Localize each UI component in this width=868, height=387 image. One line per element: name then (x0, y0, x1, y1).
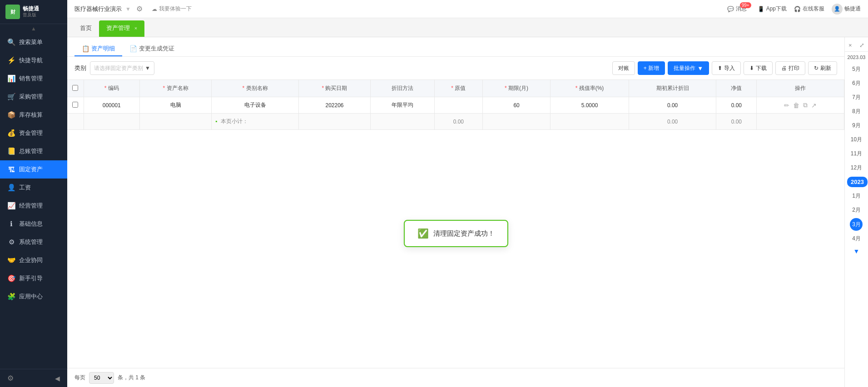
th-term: * 期限(月) (482, 80, 550, 97)
message-btn[interactable]: 💬 消息 99+ (727, 5, 747, 13)
more-btn[interactable]: ↗ (811, 102, 817, 109)
sidebar-item-finance[interactable]: 💰资金管理 (0, 124, 67, 142)
delete-btn[interactable]: 🗑 (793, 102, 799, 109)
collapse-icon[interactable]: ◀ (55, 375, 60, 382)
sidebar-item-inventory[interactable]: 📦库存核算 (0, 106, 67, 124)
th-original-value: * 原值 (434, 80, 482, 97)
th-accum-depr: 期初累计折旧 (629, 80, 716, 97)
panel-scroll-down[interactable]: ▼ (846, 246, 867, 257)
online-service-btn[interactable]: 🎧 在线客服 (794, 5, 824, 13)
batch-ops-btn[interactable]: 批量操作 ▼ (668, 61, 709, 75)
content-area: 📋 资产明细 📄 变更生成凭证 类别 请选择固定资产类别 ▼ (67, 37, 868, 387)
finance-icon: 💰 (7, 129, 15, 137)
month-item[interactable]: 11月 (846, 147, 867, 161)
sidebar-item-ops[interactable]: 📈经营管理 (0, 197, 67, 215)
topbar-settings-icon[interactable]: ⚙ (136, 5, 143, 13)
per-page-select[interactable]: 50 100 (89, 372, 114, 384)
sidebar-scroll-up[interactable]: ▲ (0, 24, 67, 33)
month-item[interactable]: 4月 (846, 232, 867, 246)
tab-close-icon[interactable]: × (134, 25, 137, 31)
tab-asset-mgmt[interactable]: 资产管理 × (99, 20, 144, 37)
sidebar-item-enterprise[interactable]: 🤝企业协同 (0, 251, 67, 269)
reconcile-btn[interactable]: 对账 (612, 61, 635, 75)
year-btn[interactable]: 2023 (847, 177, 868, 187)
month-item[interactable]: 9月 (846, 119, 867, 133)
sidebar-item-fixed-assets[interactable]: 🏗固定资产 (0, 160, 67, 179)
app-download-btn[interactable]: 📱 App下载 (758, 5, 787, 13)
company-dropdown-icon[interactable]: ▼ (125, 6, 131, 12)
sidebar-item-label: 快捷导航 (19, 56, 43, 64)
subtotal-icon: ▪ (215, 118, 217, 124)
cell-net-value: 0.00 (716, 97, 757, 114)
print-label: 打印 (789, 64, 799, 72)
sidebar-item-quick-nav[interactable]: ⚡快捷导航 (0, 51, 67, 69)
sidebar-item-purchase[interactable]: 🛒采购管理 (0, 88, 67, 106)
sidebar-logo: 财 畅捷通 普及版 (0, 0, 67, 24)
import-btn[interactable]: ⬆ 导入 (712, 61, 741, 75)
month-item[interactable]: 1月 (846, 189, 867, 203)
table-row: 000001 电脑 电子设备 202206 年限平均 60 5.0000 0.0… (67, 97, 844, 114)
month-item[interactable]: 10月 (846, 133, 867, 147)
copy-btn[interactable]: ⧉ (803, 101, 808, 109)
sub-tab-voucher-gen[interactable]: 📄 变更生成凭证 (122, 42, 182, 56)
inventory-icon: 📦 (7, 111, 15, 119)
sidebar-bottom: ⚙ ◀ (0, 369, 67, 387)
cell-original-value (434, 97, 482, 114)
sidebar: 财 畅捷通 普及版 ▲ 🔍搜索菜单⚡快捷导航📊销售管理🛒采购管理📦库存核算💰资金… (0, 0, 67, 387)
subtotal-label: 本页小计： (221, 118, 248, 124)
toast-message: 清理固定资产成功！ (433, 229, 495, 238)
sidebar-item-label: 销售管理 (19, 74, 43, 83)
sub-tab-asset-detail[interactable]: 📋 资产明细 (74, 42, 122, 56)
th-actions: 操作 (757, 80, 844, 97)
download-btn[interactable]: ⬇ 下载 (744, 61, 773, 75)
sidebar-item-guide[interactable]: 🎯新手引导 (0, 269, 67, 288)
tab-home[interactable]: 首页 (73, 20, 99, 37)
category-label: 类别 (74, 64, 86, 72)
sidebar-item-sys-mgmt[interactable]: ⚙系统管理 (0, 233, 67, 251)
sidebar-item-base-info[interactable]: ℹ基础信息 (0, 215, 67, 233)
experience-btn[interactable]: ☁ 我要体验一下 (152, 5, 192, 13)
subtotal-empty-8 (757, 114, 844, 130)
month-item[interactable]: 6月 (846, 76, 867, 90)
subtotal-empty-1 (67, 114, 84, 130)
sidebar-item-label: 新手引导 (19, 274, 43, 283)
row-checkbox[interactable] (72, 102, 78, 108)
new-btn[interactable]: + 新增 (638, 61, 665, 75)
cell-term: 60 (482, 97, 550, 114)
logo-subtitle: 普及版 (23, 12, 39, 18)
month-item[interactable]: 12月 (846, 161, 867, 175)
import-label: 导入 (724, 64, 735, 72)
sys-mgmt-icon: ⚙ (7, 238, 15, 246)
refresh-btn[interactable]: ↻ 刷新 (808, 61, 837, 75)
print-btn[interactable]: 🖨 打印 (775, 61, 805, 75)
month-item[interactable]: 2月 (846, 203, 867, 217)
settings-icon[interactable]: ⚙ (7, 374, 14, 382)
edit-btn[interactable]: ✏ (784, 102, 789, 109)
sidebar-item-search[interactable]: 🔍搜索菜单 (0, 33, 67, 51)
select-all-checkbox[interactable] (72, 85, 78, 91)
fixed-assets-icon: 🏗 (7, 166, 15, 174)
th-net-value: 净值 (716, 80, 757, 97)
month-item[interactable]: 8月 (846, 104, 867, 119)
user-btn[interactable]: 👤 畅捷通 (832, 4, 861, 15)
sidebar-item-label: 资金管理 (19, 129, 43, 137)
month-item[interactable]: 7月 (846, 90, 867, 104)
sidebar-item-app-center[interactable]: 🧩应用中心 (0, 288, 67, 306)
panel-close-icon[interactable]: × (848, 42, 852, 49)
sidebar-item-ledger[interactable]: 📒总账管理 (0, 142, 67, 160)
current-month[interactable]: 3月 (850, 218, 863, 231)
subtotal-empty-3 (140, 114, 212, 130)
category-select[interactable]: 请选择固定资产类别 ▼ (90, 61, 154, 75)
subtotal-empty-5 (371, 114, 435, 130)
row-checkbox-cell (67, 97, 84, 114)
logo-title: 畅捷通 (23, 5, 39, 12)
sidebar-item-sales[interactable]: 📊销售管理 (0, 69, 67, 88)
sidebar-item-label: 经营管理 (19, 202, 43, 210)
month-item[interactable]: 5月 (846, 62, 867, 76)
panel-expand-icon[interactable]: ⤢ (859, 42, 864, 49)
sidebar-item-label: 搜索菜单 (19, 38, 43, 46)
tabbar: 首页 资产管理 × (67, 18, 868, 37)
sales-icon: 📊 (7, 74, 15, 83)
sidebar-item-payroll[interactable]: 👤工资 (0, 179, 67, 197)
company-name: 医疗器械行业演示 (74, 5, 122, 13)
